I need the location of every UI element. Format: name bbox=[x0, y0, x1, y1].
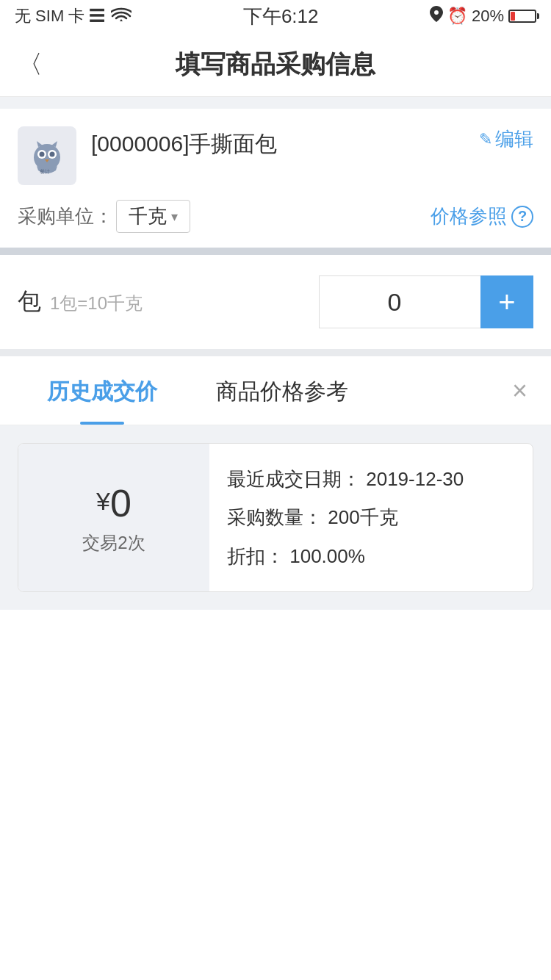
status-time: 下午6:12 bbox=[243, 4, 319, 29]
trade-count: 交易2次 bbox=[82, 531, 145, 555]
unit-dropdown[interactable]: 千克 ▾ bbox=[116, 200, 190, 233]
purchase-unit-row: 采购单位： 千克 ▾ 价格参照 ? bbox=[18, 200, 533, 233]
history-price-card: ¥ 0 交易2次 最近成交日期： 2019-12-30 采购数量： 200千克 … bbox=[18, 443, 533, 592]
sim-text: 无 SIM 卡 ☰ bbox=[15, 5, 105, 27]
price-ref-help-icon: ? bbox=[511, 206, 533, 228]
unit-select: 采购单位： 千克 ▾ bbox=[18, 200, 190, 233]
page-title: 填写商品采购信息 bbox=[176, 48, 375, 82]
status-left: 无 SIM 卡 ☰ bbox=[15, 5, 132, 27]
quantity-label: 包 1包=10千克 bbox=[18, 286, 143, 318]
edit-button[interactable]: ✎ 编辑 bbox=[479, 126, 533, 152]
nav-bar: 〈 填写商品采购信息 bbox=[0, 32, 551, 97]
recent-date-label: 最近成交日期： bbox=[227, 468, 361, 490]
battery-percent: 20% bbox=[472, 7, 504, 26]
history-price-left: ¥ 0 交易2次 bbox=[18, 444, 209, 591]
price-reference-button[interactable]: 价格参照 ? bbox=[431, 203, 533, 229]
product-card: 餐计 [0000006]手撕面包 ✎ 编辑 采购单位： 千克 ▾ 价格参照 bbox=[0, 109, 551, 248]
section-divider-1 bbox=[0, 248, 551, 255]
recent-date-row: 最近成交日期： 2019-12-30 bbox=[227, 466, 515, 492]
svg-point-4 bbox=[50, 152, 55, 157]
dropdown-arrow-icon: ▾ bbox=[171, 209, 178, 225]
history-price-right: 最近成交日期： 2019-12-30 采购数量： 200千克 折扣： 100.0… bbox=[209, 444, 533, 591]
quantity-convert-label: 1包=10千克 bbox=[50, 292, 143, 315]
discount-label: 折扣： bbox=[227, 545, 284, 567]
discount-value: 100.00% bbox=[289, 545, 365, 567]
svg-point-3 bbox=[40, 152, 45, 157]
purchase-qty-label: 采购数量： bbox=[227, 506, 323, 528]
quantity-controls: + bbox=[319, 275, 533, 328]
wifi-icon bbox=[111, 6, 132, 26]
status-right: ⏰ 20% bbox=[430, 6, 536, 26]
product-header: 餐计 [0000006]手撕面包 ✎ 编辑 bbox=[18, 126, 533, 185]
price-symbol: ¥ bbox=[96, 487, 110, 516]
discount-row: 折扣： 100.00% bbox=[227, 543, 515, 569]
product-id: [0000006]手撕面包 bbox=[91, 129, 277, 158]
content-area: ¥ 0 交易2次 最近成交日期： 2019-12-30 采购数量： 200千克 … bbox=[0, 425, 551, 610]
location-icon bbox=[430, 6, 443, 26]
bottom-space bbox=[0, 610, 551, 980]
tab-product-price[interactable]: 商品价格参考 bbox=[187, 356, 378, 425]
alarm-icon: ⏰ bbox=[447, 7, 467, 26]
tab-product-label: 商品价格参考 bbox=[216, 379, 348, 403]
tab-history-label: 历史成交价 bbox=[47, 379, 157, 403]
section-divider-2 bbox=[0, 349, 551, 356]
tab-history-price[interactable]: 历史成交价 bbox=[18, 356, 187, 425]
price-amount: 0 bbox=[110, 481, 132, 525]
battery-icon bbox=[508, 10, 536, 23]
edit-label: 编辑 bbox=[495, 126, 533, 152]
svg-text:餐计: 餐计 bbox=[40, 169, 50, 174]
purchase-qty-row: 采购数量： 200千克 bbox=[227, 504, 515, 530]
product-left: 餐计 [0000006]手撕面包 bbox=[18, 126, 277, 185]
quantity-input[interactable] bbox=[319, 275, 480, 328]
svg-point-0 bbox=[34, 144, 60, 170]
price-ref-label: 价格参照 bbox=[431, 203, 507, 229]
quantity-unit-label: 包 bbox=[18, 286, 41, 318]
unit-label: 采购单位： bbox=[18, 203, 113, 229]
history-price-display: ¥ 0 bbox=[96, 481, 132, 525]
status-bar: 无 SIM 卡 ☰ 下午6:12 ⏰ 20% bbox=[0, 0, 551, 32]
unit-value: 千克 bbox=[129, 203, 167, 229]
back-button[interactable]: 〈 bbox=[18, 48, 43, 82]
tab-close-button[interactable]: × bbox=[506, 370, 533, 412]
purchase-qty-value: 200千克 bbox=[328, 506, 397, 528]
tabs-container: 历史成交价 商品价格参考 × bbox=[0, 356, 551, 425]
tabs-group: 历史成交价 商品价格参考 bbox=[18, 356, 378, 425]
quantity-plus-button[interactable]: + bbox=[480, 275, 533, 328]
product-name-wrap: [0000006]手撕面包 bbox=[91, 126, 277, 158]
edit-icon: ✎ bbox=[479, 130, 492, 149]
product-icon: 餐计 bbox=[18, 126, 76, 185]
quantity-row: 包 1包=10千克 + bbox=[0, 255, 551, 349]
recent-date-value: 2019-12-30 bbox=[366, 468, 464, 490]
